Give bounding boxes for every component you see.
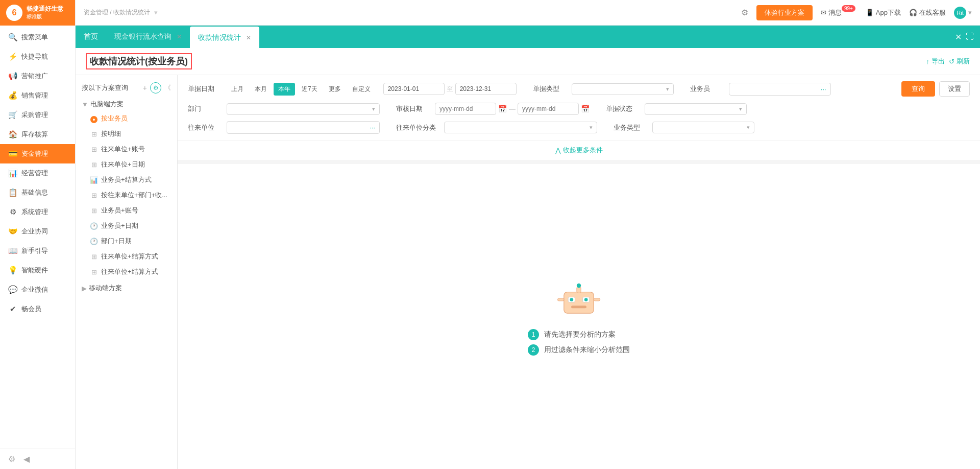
chevron-down-icon: ▾ <box>666 86 669 92</box>
wechat-icon: 💬 <box>8 285 17 294</box>
audit-date-end-input[interactable] <box>518 103 579 115</box>
audit-date-dash: — <box>509 105 516 113</box>
shortcut-more[interactable]: 更多 <box>324 83 346 96</box>
svg-point-3 <box>570 298 574 301</box>
date-end-input[interactable] <box>455 83 517 95</box>
sidebar-item-quick-nav[interactable]: ⚡ 快捷导航 <box>0 47 75 66</box>
shortcut-this-month[interactable]: 本月 <box>250 83 272 96</box>
scheme-item-partner-dept-receipt[interactable]: ⊞ 按往来单位+部门+收... <box>76 187 177 203</box>
salesman-calc-icon: 📊 <box>90 176 98 184</box>
salesman-more-icon[interactable]: ··· <box>821 85 826 93</box>
scheme-group-desktop-header[interactable]: ▼ 电脑端方案 <box>76 98 177 111</box>
doc-type-select[interactable]: ▾ <box>572 83 674 95</box>
sidebar-item-purchase[interactable]: 🛒 采购管理 <box>0 105 75 125</box>
query-button[interactable]: 查询 <box>901 81 935 97</box>
sidebar-item-hardware[interactable]: 💡 智能硬件 <box>0 261 75 280</box>
sidebar-collapse-icon[interactable]: ◀ <box>23 454 30 464</box>
sidebar-item-wechat[interactable]: 💬 企业微信 <box>0 280 75 299</box>
sidebar-item-enterprise[interactable]: 🤝 企业协同 <box>0 222 75 241</box>
quick-nav-icon: ⚡ <box>8 52 17 61</box>
sidebar-item-finance[interactable]: 💳 资金管理 <box>0 144 75 163</box>
partner-date-icon: ⊞ <box>90 160 98 169</box>
tab-home[interactable]: 首页 <box>76 26 106 48</box>
shortcut-last-7[interactable]: 近7天 <box>297 83 322 96</box>
dept-select[interactable]: ▾ <box>227 103 380 115</box>
scheme-item-by-salesman[interactable]: ● 按业务员 <box>76 111 177 126</box>
settings-scheme-button[interactable]: ⚙ <box>150 82 161 93</box>
partner-calc1-icon: ⊞ <box>90 252 98 261</box>
dept-label: 部门 <box>188 104 218 113</box>
user-area[interactable]: Rit ▾ <box>954 7 972 19</box>
online-service-button[interactable]: 🎧 在线客服 <box>909 8 946 17</box>
date-label: 单据日期 <box>188 84 218 93</box>
tab-receipt-stats[interactable]: 收款情况统计 ✕ <box>190 27 259 49</box>
scheme-item-salesman-account[interactable]: ⊞ 业务员+账号 <box>76 203 177 218</box>
biz-type-select[interactable]: ▾ <box>652 122 754 133</box>
scheme-group-mobile-header[interactable]: ▶ 移动端方案 <box>76 282 177 295</box>
sidebar-settings-icon[interactable]: ⚙ <box>8 454 15 464</box>
scheme-item-partner-account[interactable]: ⊞ 往来单位+账号 <box>76 142 177 157</box>
refresh-icon: ↺ <box>949 58 954 65</box>
sidebar-item-operation[interactable]: 📊 经营管理 <box>0 163 75 183</box>
sidebar-nav: 🔍 搜索菜单 ⚡ 快捷导航 📢 营销推广 💰 销售管理 🛒 采购管理 🏠 库存核… <box>0 26 75 449</box>
tab-close-icon[interactable]: ✕ <box>955 32 962 42</box>
audit-date-label: 审核日期 <box>396 104 427 113</box>
scheme-item-salesman-date[interactable]: 🕐 业务员+日期 <box>76 218 177 233</box>
scheme-item-partner-date[interactable]: ⊞ 往来单位+日期 <box>76 157 177 172</box>
sidebar-item-marketing[interactable]: 📢 营销推广 <box>0 66 75 86</box>
audit-date-start-input[interactable] <box>435 103 496 115</box>
doc-status-select[interactable]: ▾ <box>645 103 747 115</box>
left-panel: 按以下方案查询 + ⚙ 《 ▼ 电脑端方案 ● 按业务员 ⊞ <box>76 75 178 469</box>
sidebar-item-guide[interactable]: 📖 新手引导 <box>0 241 75 261</box>
doc-type-label: 单据类型 <box>533 84 564 93</box>
partner-category-select[interactable]: ▾ <box>444 122 597 133</box>
partner-select[interactable]: ··· <box>227 121 380 134</box>
partner-more-icon[interactable]: ··· <box>370 124 375 131</box>
scheme-item-partner-calc2[interactable]: ⊞ 往来单位+结算方式 <box>76 264 177 279</box>
salesman-calc-label: 业务员+结算方式 <box>101 175 152 184</box>
app-download-label: App下载 <box>876 8 901 17</box>
tab-bank-flow[interactable]: 现金银行流水查询 ✕ <box>106 26 190 48</box>
scheme-item-salesman-calc[interactable]: 📊 业务员+结算方式 <box>76 172 177 187</box>
sidebar-item-sales[interactable]: 💰 销售管理 <box>0 86 75 105</box>
settings-button[interactable]: 设置 <box>939 81 970 97</box>
tab-bar-right: ✕ ⛶ <box>955 32 980 42</box>
shortcut-this-year[interactable]: 本年 <box>274 83 295 96</box>
empty-steps: 1 请先选择要分析的方案 2 用过滤条件来缩小分析范围 <box>528 329 630 356</box>
tab-receipt-stats-close[interactable]: ✕ <box>246 34 251 41</box>
scheme-item-dept-date[interactable]: 🕐 部门+日期 <box>76 233 177 249</box>
partner-calc2-label: 往来单位+结算方式 <box>101 267 158 276</box>
date-range: 至 <box>383 83 517 95</box>
sidebar-item-system[interactable]: ⚙ 系统管理 <box>0 202 75 222</box>
hardware-label: 智能硬件 <box>21 266 48 275</box>
tab-bank-flow-close[interactable]: ✕ <box>177 33 182 40</box>
audit-calendar-start[interactable]: 📅 <box>498 105 507 113</box>
messages-button[interactable]: ✉ 消息 99+ <box>821 8 857 17</box>
audit-calendar-end[interactable]: 📅 <box>581 105 590 113</box>
date-start-input[interactable] <box>383 83 445 95</box>
guide-icon: 📖 <box>8 246 17 255</box>
export-button[interactable]: ↑ 导出 <box>926 57 945 66</box>
sidebar-item-member[interactable]: ✔ 畅会员 <box>0 299 75 319</box>
trial-button[interactable]: 体验行业方案 <box>756 5 813 20</box>
refresh-button[interactable]: ↺ 刷新 <box>949 57 970 66</box>
collapse-panel-button[interactable]: 《 <box>164 83 171 92</box>
shortcut-custom[interactable]: 自定义 <box>348 83 375 96</box>
partner-account-label: 往来单位+账号 <box>101 145 145 154</box>
gear-icon[interactable]: ⚙ <box>741 8 748 17</box>
collapse-button[interactable]: ⋀ 收起更多条件 <box>178 140 980 160</box>
chevron-down-icon: ▼ <box>82 101 88 108</box>
partner-category-chevron: ▾ <box>590 124 593 131</box>
content-area: 按以下方案查询 + ⚙ 《 ▼ 电脑端方案 ● 按业务员 ⊞ <box>76 75 980 469</box>
app-download-button[interactable]: 📱 App下载 <box>866 8 901 17</box>
sidebar-item-basic[interactable]: 📋 基础信息 <box>0 183 75 202</box>
shortcut-last-month[interactable]: 上月 <box>227 83 248 96</box>
sidebar-item-search[interactable]: 🔍 搜索菜单 <box>0 28 75 47</box>
tab-expand-icon[interactable]: ⛶ <box>966 32 974 41</box>
operation-icon: 📊 <box>8 169 17 178</box>
scheme-item-by-detail[interactable]: ⊞ 按明细 <box>76 126 177 142</box>
scheme-item-partner-calc1[interactable]: ⊞ 往来单位+结算方式 <box>76 249 177 264</box>
salesman-select[interactable]: ··· <box>729 83 831 96</box>
add-scheme-button[interactable]: + <box>143 84 147 92</box>
sidebar-item-inventory[interactable]: 🏠 库存核算 <box>0 125 75 144</box>
